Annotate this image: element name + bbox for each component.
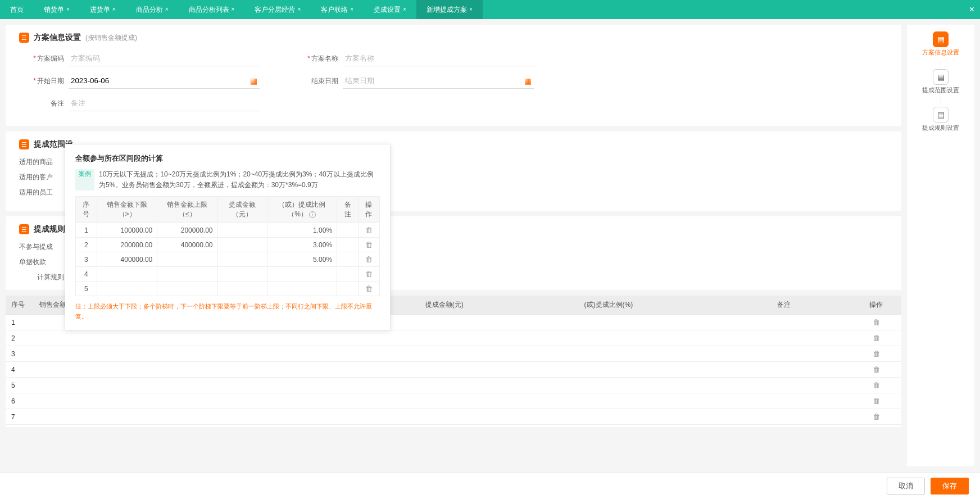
cell-low[interactable] xyxy=(34,346,227,362)
cell-remark[interactable] xyxy=(337,252,359,267)
cell-amt[interactable] xyxy=(420,409,579,425)
cell-remark[interactable] xyxy=(772,330,851,346)
cell-remark[interactable] xyxy=(337,223,359,238)
cell-amt[interactable] xyxy=(217,267,267,282)
trash-icon[interactable]: 🗑 xyxy=(873,381,880,389)
tabs-close-all-icon[interactable]: × xyxy=(969,0,974,19)
cell-amt[interactable] xyxy=(420,315,579,330)
close-icon[interactable]: × xyxy=(350,0,353,19)
info-icon[interactable]: i xyxy=(309,211,316,218)
trash-icon[interactable]: 🗑 xyxy=(873,334,880,342)
cell-high[interactable] xyxy=(227,330,420,346)
cell-pct[interactable] xyxy=(267,267,337,282)
cell-amt[interactable] xyxy=(217,223,267,238)
tab-item-7[interactable]: 新增提成方案× xyxy=(416,0,483,19)
cell-pct[interactable] xyxy=(267,282,337,296)
trash-icon[interactable]: 🗑 xyxy=(365,241,373,249)
close-icon[interactable]: × xyxy=(112,0,116,19)
cell-high[interactable] xyxy=(227,409,420,425)
cell-low[interactable]: 100000.00 xyxy=(97,223,157,238)
cell-high[interactable] xyxy=(157,267,217,282)
cell-pct[interactable] xyxy=(579,330,772,346)
trash-icon[interactable]: 🗑 xyxy=(365,226,373,234)
cell-remark[interactable] xyxy=(772,362,851,378)
trash-icon[interactable]: 🗑 xyxy=(873,318,880,326)
cell-remark[interactable] xyxy=(772,409,851,425)
trash-icon[interactable]: 🗑 xyxy=(873,350,880,358)
cell-amt[interactable] xyxy=(420,330,579,346)
cell-remark[interactable] xyxy=(337,282,359,296)
close-icon[interactable]: × xyxy=(165,0,169,19)
cell-low[interactable] xyxy=(34,378,227,393)
cell-high[interactable] xyxy=(157,252,217,267)
cell-high[interactable] xyxy=(227,346,420,362)
anchor-plan-info[interactable]: ▤ 方案信息设置 xyxy=(922,31,959,57)
anchor-icon: ▤ xyxy=(933,31,949,47)
cell-high[interactable] xyxy=(227,362,420,378)
cell-amt[interactable] xyxy=(420,346,579,362)
cell-low[interactable] xyxy=(34,409,227,425)
calendar-icon[interactable]: ▦ xyxy=(250,76,257,85)
cell-low[interactable] xyxy=(34,393,227,409)
cell-pct[interactable] xyxy=(579,346,772,362)
cell-remark[interactable] xyxy=(337,267,359,282)
cell-pct[interactable] xyxy=(579,362,772,378)
cell-low[interactable]: 400000.00 xyxy=(97,252,157,267)
tab-item-6[interactable]: 提成设置× xyxy=(364,0,416,19)
close-icon[interactable]: × xyxy=(469,0,473,19)
cell-pct[interactable] xyxy=(579,393,772,409)
tab-item-2[interactable]: 商品分析× xyxy=(126,0,179,19)
cell-pct[interactable] xyxy=(579,315,772,330)
close-icon[interactable]: × xyxy=(403,0,406,19)
anchor-scope[interactable]: ▤ 提成范围设置 xyxy=(922,69,959,94)
calendar-icon[interactable]: ▦ xyxy=(524,76,532,85)
trash-icon[interactable]: 🗑 xyxy=(873,365,880,374)
cell-pct[interactable]: 1.00% xyxy=(267,223,337,238)
cell-low[interactable] xyxy=(34,362,227,378)
cell-pct[interactable]: 3.00% xyxy=(267,238,337,252)
cell-pct[interactable] xyxy=(579,409,772,425)
cell-remark[interactable] xyxy=(772,315,851,330)
tab-item-0[interactable]: 销货单× xyxy=(34,0,80,19)
close-icon[interactable]: × xyxy=(232,0,235,19)
tab-item-5[interactable]: 客户联络× xyxy=(311,0,364,19)
cell-amt[interactable] xyxy=(420,362,579,378)
cell-amt[interactable] xyxy=(217,282,267,296)
trash-icon[interactable]: 🗑 xyxy=(365,284,373,293)
trash-icon[interactable]: 🗑 xyxy=(873,397,880,405)
trash-icon[interactable]: 🗑 xyxy=(365,255,373,264)
tab-home[interactable]: 首页 xyxy=(0,0,34,19)
cell-high[interactable]: 200000.00 xyxy=(157,223,217,238)
cell-amt[interactable] xyxy=(217,238,267,252)
cell-amt[interactable] xyxy=(217,252,267,267)
cell-remark[interactable] xyxy=(772,393,851,409)
cell-remark[interactable] xyxy=(337,238,359,252)
tab-item-3[interactable]: 商品分析列表× xyxy=(179,0,245,19)
cell-high[interactable] xyxy=(227,393,420,409)
input-start-date[interactable] xyxy=(69,73,260,89)
input-remark[interactable] xyxy=(69,96,260,111)
cell-low[interactable] xyxy=(97,282,157,296)
anchor-rules[interactable]: ▤ 提成规则设置 xyxy=(922,107,959,132)
close-icon[interactable]: × xyxy=(297,0,301,19)
cell-low[interactable] xyxy=(97,267,157,282)
input-end-date[interactable] xyxy=(343,73,534,89)
tab-item-4[interactable]: 客户分层经营× xyxy=(244,0,311,19)
cell-low[interactable]: 200000.00 xyxy=(97,238,157,252)
cell-high[interactable] xyxy=(157,282,217,296)
cell-high[interactable]: 400000.00 xyxy=(157,238,217,252)
cell-high[interactable] xyxy=(227,378,420,393)
cell-amt[interactable] xyxy=(420,393,579,409)
input-plan-code[interactable] xyxy=(69,51,260,66)
cell-pct[interactable] xyxy=(579,378,772,393)
input-plan-name[interactable] xyxy=(343,51,534,66)
cell-remark[interactable] xyxy=(772,378,851,393)
tab-item-1[interactable]: 进货单× xyxy=(80,0,126,19)
cell-amt[interactable] xyxy=(420,378,579,393)
cell-remark[interactable] xyxy=(772,346,851,362)
trash-icon[interactable]: 🗑 xyxy=(365,270,373,278)
cell-low[interactable] xyxy=(34,330,227,346)
cell-pct[interactable]: 5.00% xyxy=(267,252,337,267)
trash-icon[interactable]: 🗑 xyxy=(873,412,880,421)
close-icon[interactable]: × xyxy=(66,0,70,19)
